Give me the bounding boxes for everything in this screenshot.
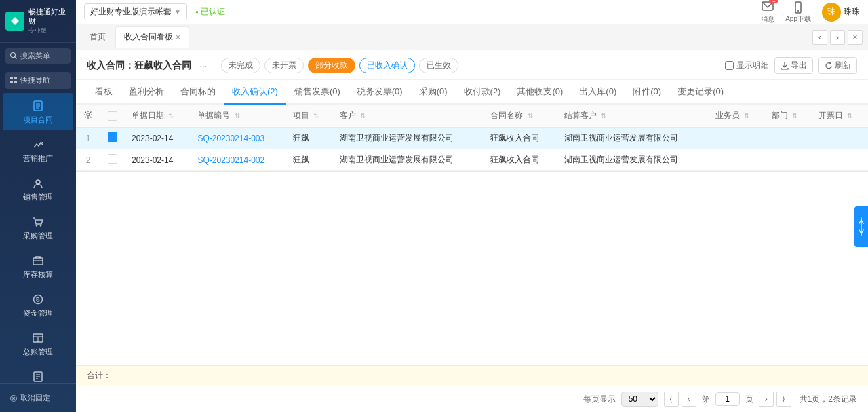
tab-contract-board[interactable]: 收入合同看板 × — [115, 26, 189, 48]
status-uninvoiced[interactable]: 未开票 — [264, 58, 304, 73]
per-page-select[interactable]: 50 10 20 100 — [621, 392, 658, 407]
svg-rect-6 — [14, 81, 17, 83]
tab-purchase[interactable]: 采购(0) — [411, 80, 456, 105]
app-download-action[interactable]: App下载 — [785, 1, 811, 24]
tab-payment[interactable]: 收付款(2) — [456, 80, 509, 105]
page-nav: ⟨ ‹ 第 页 › ⟩ 共1页，2条记录 — [664, 392, 857, 407]
page-next-btn[interactable]: › — [759, 392, 774, 407]
sidebar-search[interactable]: 搜索菜单 — [5, 48, 71, 64]
quick-nav-btn[interactable]: 快捷导航 — [5, 72, 71, 89]
contract-name: 狂飙收入合同 — [134, 60, 191, 71]
status-partial[interactable]: 部分收款 — [308, 58, 355, 73]
sidebar-item-general[interactable]: 总账管理 — [3, 325, 73, 362]
svg-point-13 — [36, 225, 37, 226]
right-panel-btn[interactable] — [854, 206, 868, 247]
row-project: 狂飙 — [286, 149, 333, 171]
sidebar-item-label-general: 总账管理 — [23, 347, 53, 357]
status-effective[interactable]: 已生效 — [419, 58, 458, 73]
sales-icon — [31, 176, 45, 191]
sidebar-item-fund[interactable]: 资金管理 — [3, 286, 73, 324]
row-checkbox[interactable] — [108, 154, 117, 164]
user-name: 珠珠 — [844, 6, 860, 18]
sidebar-item-label-purchase: 采购管理 — [23, 231, 53, 241]
row-open-date — [812, 149, 868, 171]
sidebar-item-label-marketing: 营销推广 — [23, 153, 53, 164]
tab-prev-btn[interactable]: ‹ — [812, 30, 827, 45]
row-number[interactable]: SQ-20230214-002 — [191, 149, 285, 171]
row-number[interactable]: SQ-20230214-003 — [191, 128, 285, 149]
svg-point-14 — [40, 225, 41, 226]
contract-title: 收入合同：狂飙收入合同 — [87, 60, 191, 72]
company-selector[interactable]: 好业财专业版演示帐套 ▼ — [84, 3, 187, 20]
svg-rect-3 — [10, 77, 13, 79]
col-salesperson-header[interactable]: 业务员 ⇅ — [709, 105, 765, 128]
export-btn[interactable]: 导出 — [774, 57, 813, 74]
row-salesperson — [709, 128, 765, 149]
table-row[interactable]: 2 2023-02-14 SQ-20230214-002 狂飙 湖南卫视商业运营… — [76, 149, 868, 171]
table-row[interactable]: 1 2023-02-14 SQ-20230214-003 狂飙 湖南卫视商业运营… — [76, 128, 868, 149]
col-closing-customer-header[interactable]: 结算客户 ⇅ — [557, 105, 708, 128]
tab-close-icon[interactable]: × — [176, 33, 180, 42]
sidebar-item-marketing[interactable]: 营销推广 — [3, 132, 73, 169]
col-contract-name-header[interactable]: 合同名称 ⇅ — [484, 105, 557, 128]
tab-home[interactable]: 首页 — [81, 27, 114, 47]
quick-nav-label: 快捷导航 — [20, 75, 50, 86]
row-checkbox-cell[interactable] — [100, 149, 125, 171]
sidebar-item-sales[interactable]: 销售管理 — [3, 170, 73, 208]
tab-profit[interactable]: 盈利分析 — [121, 80, 172, 105]
more-btn[interactable]: ··· — [199, 60, 208, 71]
tab-sales-invoice[interactable]: 销售发票(0) — [286, 80, 349, 105]
col-number-header[interactable]: 单据编号 ⇅ — [191, 105, 285, 128]
cancel-fixed-btn[interactable]: 取消固定 — [5, 390, 71, 407]
col-dept-header[interactable]: 部门 ⇅ — [765, 105, 812, 128]
refresh-btn[interactable]: 刷新 — [818, 57, 857, 74]
page-first-btn[interactable]: ⟨ — [664, 392, 679, 407]
tab-revenue-confirm[interactable]: 收入确认(2) — [224, 80, 286, 105]
contract-prefix: 收入合同： — [87, 60, 134, 71]
row-number-link[interactable]: SQ-20230214-002 — [197, 155, 264, 165]
page-text: 第 — [702, 394, 710, 405]
tab-attachment[interactable]: 附件(0) — [625, 80, 669, 105]
tab-next-btn[interactable]: › — [830, 30, 845, 45]
tab-other-income[interactable]: 其他收支(0) — [509, 80, 571, 105]
sidebar-item-purchase[interactable]: 采购管理 — [3, 209, 73, 246]
salesperson-sort-icon: ⇅ — [744, 112, 749, 119]
svg-point-45 — [87, 113, 90, 116]
tab-in-out-storage[interactable]: 出入库(0) — [571, 80, 625, 105]
col-customer-header[interactable]: 客户 ⇅ — [333, 105, 484, 128]
show-detail-label: 显示明细 — [736, 60, 769, 71]
sidebar-item-project-contract[interactable]: 项目合同 — [3, 93, 73, 130]
row-checkbox[interactable] — [108, 132, 117, 142]
sidebar-item-inventory[interactable]: 库存核算 — [3, 248, 73, 285]
header-checkbox[interactable] — [108, 111, 117, 121]
col-settings[interactable] — [76, 105, 100, 128]
tab-close-all-btn[interactable]: × — [848, 30, 863, 45]
message-action[interactable]: 1 消息 — [761, 0, 774, 24]
status-incomplete[interactable]: 未完成 — [221, 58, 260, 73]
closing-sort-icon: ⇅ — [601, 112, 606, 119]
col-open-date-header[interactable]: 开票日 ⇅ — [812, 105, 868, 128]
page-last-btn[interactable]: ⟩ — [776, 392, 791, 407]
auth-text: 已认证 — [201, 6, 225, 18]
row-checkbox-cell[interactable] — [100, 128, 125, 149]
sidebar-item-invoice[interactable]: 发票管理 — [3, 364, 73, 383]
auth-badge: 已认证 — [195, 6, 225, 18]
user-area[interactable]: 珠 珠珠 — [822, 3, 860, 22]
sidebar-item-label-project: 项目合同 — [23, 115, 53, 125]
show-detail-input[interactable] — [725, 61, 734, 70]
show-detail-checkbox[interactable]: 显示明细 — [725, 60, 769, 71]
tab-contract-subject[interactable]: 合同标的 — [172, 80, 224, 105]
table-scroll[interactable]: 单据日期 ⇅ 单据编号 ⇅ 项目 ⇅ — [76, 105, 868, 172]
page-input[interactable] — [715, 392, 740, 406]
col-project-header[interactable]: 项目 ⇅ — [286, 105, 333, 128]
status-confirmed[interactable]: 已收入确认 — [359, 58, 415, 73]
page-prev-btn[interactable]: ‹ — [682, 392, 696, 407]
tab-tax-invoice[interactable]: 税务发票(0) — [349, 80, 411, 105]
tab-kanban[interactable]: 看板 — [87, 80, 121, 105]
top-header: 好业财专业版演示帐套 ▼ 已认证 1 消息 — [76, 0, 868, 24]
tab-change-log[interactable]: 变更记录(0) — [669, 80, 732, 105]
col-checkbox[interactable] — [100, 105, 125, 128]
svg-rect-4 — [14, 77, 17, 79]
col-date-header[interactable]: 单据日期 ⇅ — [125, 105, 191, 128]
row-number-link[interactable]: SQ-20230214-003 — [197, 134, 264, 143]
